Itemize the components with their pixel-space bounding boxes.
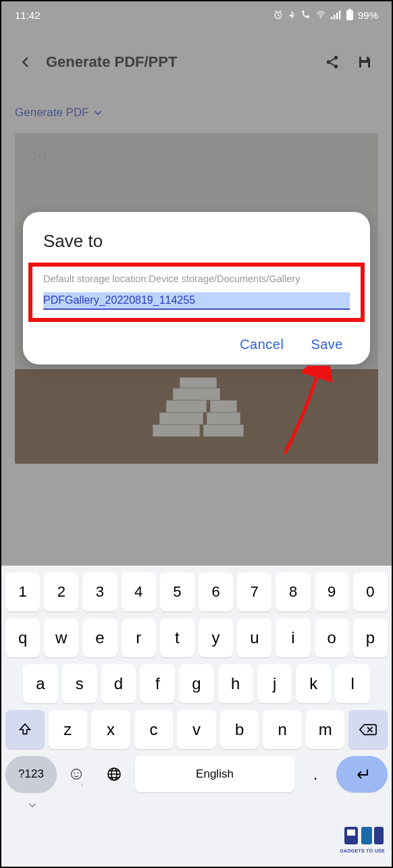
key-a[interactable]: a: [23, 664, 58, 703]
svg-rect-9: [336, 13, 338, 20]
key-3[interactable]: 3: [82, 572, 117, 612]
call-icon: [300, 9, 311, 20]
keyboard-row-bottom: ?123 , English .: [5, 756, 388, 792]
key-e[interactable]: e: [82, 618, 117, 657]
period-key[interactable]: .: [300, 756, 331, 792]
battery-percent: 99%: [358, 9, 378, 21]
key-2[interactable]: 2: [44, 572, 78, 612]
key-i[interactable]: i: [276, 618, 310, 657]
symbols-key[interactable]: ?123: [5, 756, 57, 792]
svg-rect-11: [346, 10, 353, 20]
language-key[interactable]: [99, 756, 130, 792]
svg-point-6: [320, 17, 321, 18]
key-0[interactable]: 0: [353, 572, 388, 612]
watermark: GADGETS TO USE: [340, 825, 385, 853]
key-q[interactable]: q: [5, 618, 40, 657]
status-bar: 11:42 99%: [1, 1, 392, 28]
svg-rect-19: [347, 830, 355, 836]
svg-rect-7: [331, 17, 332, 19]
key-o[interactable]: o: [315, 618, 349, 657]
keyboard-row-zxcv: zxcvbnm: [5, 710, 388, 749]
keyboard-row-qwerty: qwertyuiop: [5, 618, 388, 657]
key-8[interactable]: 8: [276, 572, 310, 612]
key-r[interactable]: r: [122, 618, 156, 657]
svg-point-15: [78, 772, 79, 774]
storage-location-label: Default storage location:Device storage/…: [43, 273, 350, 284]
key-z[interactable]: z: [49, 710, 88, 749]
alarm-icon: [273, 9, 284, 20]
shift-key[interactable]: [5, 710, 45, 749]
key-c[interactable]: c: [134, 710, 174, 749]
soft-keyboard: 1234567890 qwertyuiop asdfghjkl zxcvbnm …: [1, 566, 392, 867]
key-t[interactable]: t: [160, 618, 194, 657]
bluetooth-icon: [288, 9, 296, 20]
key-j[interactable]: j: [257, 664, 292, 703]
backspace-icon: [359, 723, 377, 736]
svg-rect-21: [374, 827, 384, 844]
save-button[interactable]: Save: [311, 337, 343, 352]
key-n[interactable]: n: [263, 710, 302, 749]
key-b[interactable]: b: [220, 710, 259, 749]
keyboard-row-asdf: asdfghjkl: [5, 664, 388, 703]
key-g[interactable]: g: [179, 664, 214, 703]
keyboard-row-numbers: 1234567890: [5, 572, 388, 612]
key-7[interactable]: 7: [237, 572, 271, 612]
chevron-down-icon: [26, 801, 39, 810]
signal-icon: [331, 10, 342, 20]
dialog-title: Save to: [23, 231, 370, 260]
cancel-button[interactable]: Cancel: [240, 337, 284, 352]
filename-input[interactable]: [43, 292, 350, 310]
svg-rect-10: [339, 11, 340, 20]
spacebar-key[interactable]: English: [135, 756, 294, 792]
keyboard-collapse-button[interactable]: [26, 801, 39, 813]
enter-key[interactable]: [336, 756, 388, 792]
status-time: 11:42: [15, 9, 41, 21]
key-w[interactable]: w: [44, 618, 78, 657]
svg-point-14: [74, 772, 76, 774]
key-x[interactable]: x: [91, 710, 130, 749]
key-m[interactable]: m: [306, 710, 345, 749]
key-1[interactable]: 1: [5, 572, 40, 612]
key-6[interactable]: 6: [199, 572, 233, 612]
key-p[interactable]: p: [353, 618, 388, 657]
wifi-icon: [315, 10, 327, 20]
key-u[interactable]: u: [237, 618, 271, 657]
key-9[interactable]: 9: [315, 572, 349, 612]
key-h[interactable]: h: [218, 664, 253, 703]
backspace-key[interactable]: [348, 710, 388, 749]
svg-rect-12: [348, 9, 351, 10]
key-d[interactable]: d: [101, 664, 136, 703]
shift-icon: [18, 722, 32, 737]
key-k[interactable]: k: [296, 664, 331, 703]
battery-icon: [346, 9, 354, 21]
key-v[interactable]: v: [177, 710, 216, 749]
enter-icon: [354, 767, 370, 781]
save-dialog: Save to Default storage location:Device …: [23, 212, 370, 364]
key-5[interactable]: 5: [160, 572, 194, 612]
globe-icon: [106, 766, 122, 782]
key-y[interactable]: y: [199, 618, 233, 657]
svg-rect-20: [361, 827, 372, 844]
key-s[interactable]: s: [62, 664, 97, 703]
key-l[interactable]: l: [335, 664, 370, 703]
key-4[interactable]: 4: [122, 572, 156, 612]
emoji-key[interactable]: ,: [62, 756, 93, 792]
key-f[interactable]: f: [140, 664, 175, 703]
svg-rect-8: [334, 15, 335, 19]
annotation-highlight-box: Default storage location:Device storage/…: [28, 263, 365, 322]
